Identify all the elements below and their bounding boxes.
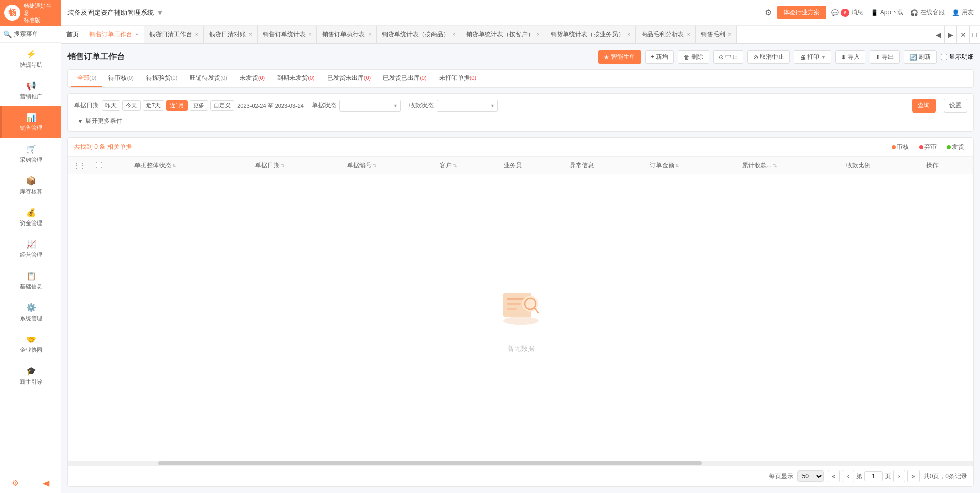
th-customer[interactable]: 客户⇅ (435, 157, 498, 174)
sort-icon-collected: ⇅ (773, 163, 777, 168)
page-input[interactable] (864, 471, 883, 481)
app-download-btn[interactable]: 📱 App下载 (871, 8, 903, 17)
topbar-dropdown-icon[interactable]: ▼ (157, 9, 163, 16)
subtab-shipped-not-in[interactable]: 已发货未出库(0) (321, 70, 377, 87)
filter-date-btn-yesterday[interactable]: 昨天 (102, 100, 120, 111)
tab-close-sales-by-staff[interactable]: × (627, 32, 630, 37)
filter-date-btn-custom[interactable]: 自定义 (210, 100, 234, 111)
subtab-not-printed[interactable]: 未打印单据(0) (433, 70, 483, 87)
per-page-select[interactable]: 50 100 200 (797, 470, 824, 482)
trial-btn[interactable]: 体验行业方案 (777, 6, 826, 19)
tab-sales-profit[interactable]: 销售毛利× (696, 26, 737, 43)
import-btn[interactable]: ⬇ 导入 (835, 50, 865, 64)
first-page-btn[interactable]: « (828, 470, 840, 482)
filter-status-select[interactable] (339, 100, 401, 112)
tab-goods-margin[interactable]: 商品毛利分析表× (636, 26, 696, 43)
query-btn[interactable]: 查询 (912, 99, 936, 113)
tab-maximize[interactable]: □ (969, 26, 980, 43)
last-page-btn[interactable]: » (907, 470, 920, 482)
add-btn[interactable]: + 新增 (645, 50, 674, 64)
tab-close-sales-profit[interactable]: × (728, 32, 732, 37)
sidebar-item-purchase[interactable]: 🛒采购管理 (0, 138, 61, 170)
cancel-stop-btn[interactable]: ⊘ 取消中止 (747, 50, 790, 64)
filter-collection-select[interactable] (437, 100, 498, 112)
tab-close-cash-reconcile[interactable]: × (249, 32, 252, 37)
th-collected[interactable]: 累计收款...⇅ (737, 157, 841, 174)
subtab-label-wangpu-pending: 旺铺待发货 (190, 74, 220, 81)
sidebar-item-finance[interactable]: 💰资金管理 (0, 201, 61, 233)
show-detail-label[interactable]: 显示明细 (941, 53, 974, 61)
tab-nav-prev[interactable]: ◀ (932, 26, 944, 43)
tab-close-sales-exec[interactable]: × (368, 32, 371, 37)
th-number[interactable]: 单据编号⇅ (342, 157, 434, 174)
print-btn[interactable]: 🖨 打印 ▼ (794, 50, 831, 64)
next-page-btn[interactable]: › (893, 470, 905, 482)
sidebar-item-basic[interactable]: 📋基础信息 (0, 265, 61, 297)
tab-home[interactable]: 首页 (61, 26, 84, 43)
subtab-all[interactable]: 全部(0) (71, 70, 102, 87)
sidebar-item-system[interactable]: ⚙️系统管理 (0, 297, 61, 328)
sidebar-item-enterprise[interactable]: 🤝企业协同 (0, 328, 61, 360)
smart-create-btn[interactable]: ★ 智能生单 (598, 50, 641, 64)
expand-conditions-btn[interactable]: ▼ 展开更多条件 (74, 116, 125, 126)
th-status[interactable]: 单据整体状态⇅ (129, 157, 250, 174)
online-service-btn[interactable]: 🎧 在线客服 (910, 8, 945, 17)
filter-date-btn-1month[interactable]: 近1月 (166, 100, 188, 111)
prev-page-btn[interactable]: ‹ (842, 470, 854, 482)
sidebar-item-inventory[interactable]: 📦库存核算 (0, 170, 61, 201)
subtab-pending-review[interactable]: 待审核(0) (102, 70, 140, 87)
purchase-icon: 🛒 (26, 144, 36, 154)
subtab-overdue-not-shipped[interactable]: 到期未发货(0) (271, 70, 321, 87)
tab-close-sales-by-customer[interactable]: × (537, 32, 540, 37)
tab-close-sales-stats[interactable]: × (309, 32, 312, 37)
cancel-review-btn[interactable]: 弃审 (916, 142, 940, 152)
ship-btn[interactable]: 发货 (944, 142, 967, 152)
th-amount[interactable]: 订单金额⇅ (645, 157, 737, 174)
refresh-btn[interactable]: 🔄 刷新 (904, 50, 937, 64)
sidebar-item-guide[interactable]: 🎓新手引导 (0, 360, 61, 392)
pagination-page: 第 页 (856, 471, 891, 481)
subtab-not-shipped[interactable]: 未发货(0) (234, 70, 271, 87)
topbar-settings-icon[interactable]: ⚙ (765, 8, 772, 17)
tab-close-sales-by-product[interactable]: × (452, 32, 455, 37)
tab-cash-reconcile[interactable]: 钱货日清对账× (204, 26, 258, 43)
tab-sales-by-product[interactable]: 销货单统计表（按商品）× (377, 26, 461, 43)
message-btn[interactable]: 💬 6 消息 (831, 8, 863, 17)
tab-close-all[interactable]: ✕ (956, 26, 969, 43)
tab-close-sales-workbench[interactable]: × (135, 32, 139, 37)
filter-date-btn-today[interactable]: 今天 (122, 100, 141, 111)
tab-close-goods-margin[interactable]: × (687, 32, 690, 37)
collapse-icon[interactable]: ◀ (43, 478, 49, 488)
stop-btn[interactable]: ⊙ 中止 (713, 50, 743, 64)
delete-btn[interactable]: 🗑 删除 (678, 50, 709, 64)
review-btn[interactable]: 审核 (888, 142, 912, 152)
tab-sales-workbench[interactable]: 销售订单工作台× (84, 26, 144, 44)
filter-date-btn-7days[interactable]: 近7天 (143, 100, 164, 111)
settings-icon[interactable]: ⚙ (12, 478, 19, 488)
tab-nav-next[interactable]: ▶ (944, 26, 956, 43)
subtabs: 全部(0)待审核(0)待拣验货(0)旺铺待发货(0)未发货(0)到期未发货(0)… (67, 69, 974, 88)
subtab-wangpu-pending[interactable]: 旺铺待发货(0) (184, 70, 233, 87)
search-menu[interactable]: 🔍 搜索菜单 (0, 26, 61, 43)
filter-settings-btn[interactable]: 设置 (944, 99, 967, 113)
user-btn[interactable]: 👤 用友 (952, 8, 974, 17)
tab-cash-daily[interactable]: 钱货日清工作台× (144, 26, 204, 43)
sidebar-item-marketing[interactable]: 📢营销推广 (0, 75, 61, 106)
sidebar-item-quick-nav[interactable]: ⚡快捷导航 (0, 43, 61, 75)
tab-sales-by-customer[interactable]: 销货单统计表（按客户）× (461, 26, 545, 43)
scrollbar-thumb[interactable] (158, 461, 702, 465)
tab-sales-stats[interactable]: 销售订单统计表× (258, 26, 317, 43)
th-date[interactable]: 单据日期⇅ (250, 157, 342, 174)
tab-sales-exec[interactable]: 销售订单执行表× (317, 26, 377, 43)
subtab-shipped-out[interactable]: 已发货已出库(0) (377, 70, 432, 87)
filter-date-btn-more[interactable]: 更多 (190, 100, 208, 111)
sidebar: 畅 畅捷通好生意 标准版 🔍 搜索菜单 ⚡快捷导航📢营销推广📊销售管理🛒采购管理… (0, 0, 61, 493)
sidebar-item-operations[interactable]: 📈经营管理 (0, 233, 61, 265)
select-all-checkbox[interactable] (96, 162, 102, 168)
subtab-pending-inspect[interactable]: 待拣验货(0) (140, 70, 184, 87)
sidebar-item-sales[interactable]: 📊销售管理 (0, 106, 61, 138)
show-detail-checkbox[interactable] (941, 54, 947, 60)
export-btn[interactable]: ⬆ 导出 (870, 50, 900, 64)
tab-sales-by-staff[interactable]: 销货单统计表（按业务员）× (545, 26, 636, 43)
tab-close-cash-daily[interactable]: × (195, 32, 198, 37)
